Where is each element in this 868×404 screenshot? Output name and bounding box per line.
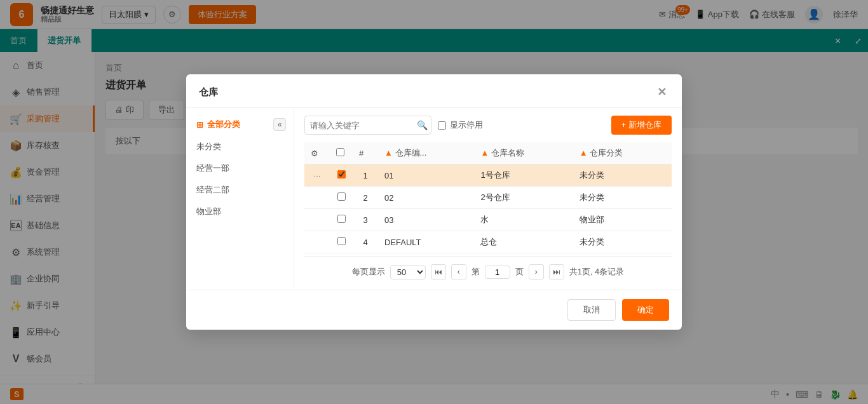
sort-icon: ▲ bbox=[384, 148, 393, 158]
row-num: 1 bbox=[353, 165, 378, 187]
table-scroll-area: ⚙ # ▲ 仓库编... bbox=[304, 142, 672, 253]
grid-icon: ⊞ bbox=[196, 120, 203, 130]
th-gear: ⚙ bbox=[304, 142, 330, 165]
th-code: ▲ 仓库编... bbox=[378, 142, 474, 165]
per-page-label: 每页显示 bbox=[352, 266, 385, 278]
last-page-button[interactable]: ⏭ bbox=[549, 264, 564, 279]
table-row[interactable]: 2 02 2号仓库 未分类 bbox=[304, 187, 672, 209]
gear-icon: ⚙ bbox=[311, 149, 318, 158]
modal-title: 仓库 bbox=[199, 86, 218, 98]
row-category: 未分类 bbox=[573, 231, 672, 253]
add-warehouse-button[interactable]: + 新增仓库 bbox=[611, 116, 672, 135]
prev-page-button[interactable]: ‹ bbox=[451, 264, 466, 279]
row-action[interactable]: ··· bbox=[304, 165, 330, 187]
show-disabled-checkbox[interactable]: 显示停用 bbox=[438, 119, 483, 131]
more-icon: ··· bbox=[314, 171, 321, 180]
category-header: ⊞ 全部分类 « bbox=[186, 113, 294, 136]
row-checkbox-cell bbox=[330, 209, 353, 231]
show-disabled-input[interactable] bbox=[438, 121, 446, 130]
category-item-dept1[interactable]: 经营一部 bbox=[186, 158, 294, 179]
warehouse-modal: 仓库 ✕ ⊞ 全部分类 « bbox=[186, 74, 682, 330]
page-input[interactable] bbox=[485, 266, 510, 279]
table-header: ⚙ # ▲ 仓库编... bbox=[304, 142, 672, 165]
row-num: 3 bbox=[353, 209, 378, 231]
total-label: 共1页, 4条记录 bbox=[569, 266, 625, 278]
modal-toolbar: 🔍 显示停用 + 新增仓库 bbox=[304, 116, 672, 135]
per-page-select[interactable]: 50 10 20 100 bbox=[390, 265, 426, 279]
row-checkbox[interactable] bbox=[337, 192, 346, 201]
table-row[interactable]: ··· 1 01 1号仓库 未分类 bbox=[304, 165, 672, 187]
row-code: 02 bbox=[378, 187, 474, 209]
content-area: 首页 进货开单 🖨 印 导出 刷新 查询 设置 按以下 仓库 bbox=[95, 52, 868, 404]
search-box: 🔍 bbox=[304, 116, 431, 135]
row-num: 4 bbox=[353, 231, 378, 253]
sort-icon-cat: ▲ bbox=[580, 148, 588, 158]
modal-table-area: 🔍 显示停用 + 新增仓库 bbox=[294, 108, 682, 290]
row-action[interactable] bbox=[304, 187, 330, 209]
warehouse-table: ⚙ # ▲ 仓库编... bbox=[304, 142, 672, 253]
modal-body: ⊞ 全部分类 « 未分类 经营一部 bbox=[186, 108, 682, 290]
category-item-unclassified[interactable]: 未分类 bbox=[186, 136, 294, 158]
category-item-property[interactable]: 物业部 bbox=[186, 201, 294, 222]
next-page-button[interactable]: › bbox=[529, 264, 544, 279]
modal-close-button[interactable]: ✕ bbox=[654, 84, 669, 100]
pagination: 每页显示 50 10 20 100 ⏮ ‹ 第 页 bbox=[304, 256, 672, 282]
row-checkbox[interactable] bbox=[337, 237, 346, 245]
category-item-dept2[interactable]: 经营二部 bbox=[186, 179, 294, 201]
all-categories-button[interactable]: ⊞ 全部分类 bbox=[196, 119, 240, 130]
row-name: 水 bbox=[474, 209, 573, 231]
sort-icon-name: ▲ bbox=[480, 148, 489, 158]
row-code: 01 bbox=[378, 165, 474, 187]
row-checkbox-cell bbox=[330, 165, 353, 187]
row-checkbox-cell bbox=[330, 187, 353, 209]
table-row[interactable]: 3 03 水 物业部 bbox=[304, 209, 672, 231]
select-all-checkbox[interactable] bbox=[336, 148, 344, 156]
th-num: # bbox=[353, 142, 378, 165]
table-body: ··· 1 01 1号仓库 未分类 2 02 2号仓库 未分类 bbox=[304, 165, 672, 253]
search-icon[interactable]: 🔍 bbox=[417, 120, 428, 130]
row-code: 03 bbox=[378, 209, 474, 231]
th-category: ▲ 仓库分类 bbox=[573, 142, 672, 165]
row-num: 2 bbox=[353, 187, 378, 209]
row-checkbox-cell bbox=[330, 231, 353, 253]
table-row[interactable]: 4 DEFAULT 总仓 未分类 bbox=[304, 231, 672, 253]
row-name: 总仓 bbox=[474, 231, 573, 253]
page-label: 第 bbox=[471, 266, 480, 278]
modal-overlay: 仓库 ✕ ⊞ 全部分类 « bbox=[95, 52, 868, 404]
cancel-button[interactable]: 取消 bbox=[567, 299, 616, 321]
row-checkbox[interactable] bbox=[337, 170, 346, 178]
row-category: 物业部 bbox=[573, 209, 672, 231]
search-input[interactable] bbox=[310, 121, 417, 130]
th-name: ▲ 仓库名称 bbox=[474, 142, 573, 165]
row-name: 1号仓库 bbox=[474, 165, 573, 187]
row-category: 未分类 bbox=[573, 165, 672, 187]
collapse-category-button[interactable]: « bbox=[273, 118, 286, 131]
modal-footer: 取消 确定 bbox=[186, 290, 682, 330]
first-page-button[interactable]: ⏮ bbox=[431, 264, 446, 279]
category-sidebar: ⊞ 全部分类 « 未分类 经营一部 bbox=[186, 108, 294, 290]
page-unit: 页 bbox=[515, 266, 524, 278]
collapse-icon: « bbox=[278, 120, 282, 129]
category-title-label: 全部分类 bbox=[207, 119, 240, 130]
row-checkbox[interactable] bbox=[337, 215, 346, 223]
main-layout: ⌂ 首页 ◈ 销售管理 🛒 采购管理 📦 库存核查 💰 资金管理 📊 经营管理 … bbox=[0, 52, 868, 404]
th-check bbox=[330, 142, 353, 165]
row-name: 2号仓库 bbox=[474, 187, 573, 209]
row-action[interactable] bbox=[304, 231, 330, 253]
row-code: DEFAULT bbox=[378, 231, 474, 253]
modal-header: 仓库 ✕ bbox=[186, 74, 682, 108]
row-action[interactable] bbox=[304, 209, 330, 231]
confirm-button[interactable]: 确定 bbox=[622, 299, 669, 321]
row-category: 未分类 bbox=[573, 187, 672, 209]
